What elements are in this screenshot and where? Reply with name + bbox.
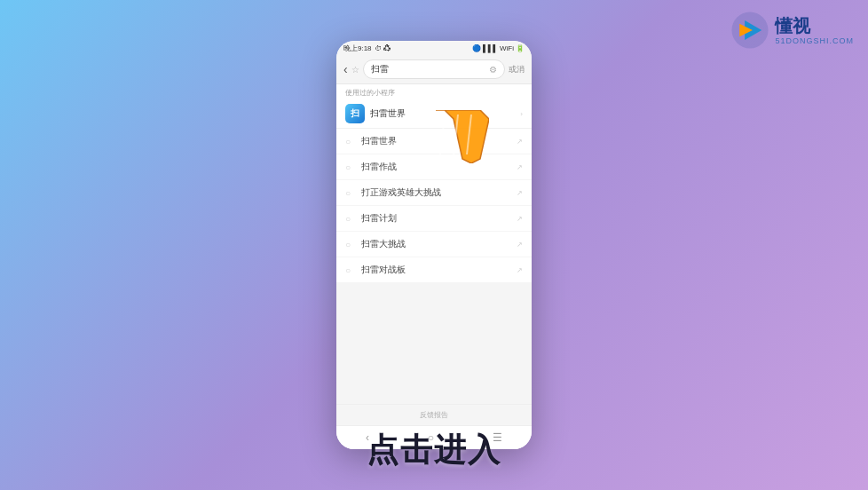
list-item[interactable]: ○ 打正游戏英雄大挑战 ↗	[336, 180, 532, 206]
gray-section	[336, 283, 532, 404]
bluetooth-icon: 🔵	[472, 44, 481, 52]
app-result-item[interactable]: 扫 扫雷世界 ›	[336, 99, 532, 129]
list-item-text: 打正游戏英雄大挑战	[361, 186, 511, 199]
search-result-icon: ○	[345, 265, 356, 275]
search-result-icon: ○	[345, 188, 356, 198]
search-results-list: ○ 扫雷世界 ↗ ○ 扫雷作战 ↗ ○ 打正游戏英雄大挑战 ↗ ○ 扫雷计划 ↗…	[336, 129, 532, 283]
list-item-text: 扫雷大挑战	[361, 238, 511, 250]
phone-frame: 晚上9:18 ⏱ ♻ 🔵 ▌▌▌ WiFi 🔋 ‹ ☆ 扫雷 ⚙ 或消 使用过的…	[336, 41, 532, 449]
search-result-icon: ○	[345, 214, 356, 224]
list-item[interactable]: ○ 扫雷世界 ↗	[336, 129, 532, 154]
search-result-icon: ○	[345, 137, 356, 146]
feedback-link[interactable]: 反馈报告	[336, 404, 532, 425]
status-time: 晚上9:18	[343, 43, 372, 53]
status-icons: ⏱ ♻	[375, 44, 391, 52]
watermark-url: 51DONGSHI.COM	[775, 36, 854, 45]
list-item[interactable]: ○ 扫雷大挑战 ↗	[336, 232, 532, 257]
watermark-brand: 懂视	[775, 16, 810, 36]
list-item[interactable]: ○ 扫雷对战板 ↗	[336, 257, 532, 283]
back-icon[interactable]: ‹	[343, 62, 348, 76]
app-icon: 扫	[345, 104, 365, 123]
search-input[interactable]: 扫雷 ⚙	[363, 59, 505, 79]
list-item-text: 扫雷世界	[361, 135, 511, 147]
watermark: 懂视 51DONGSHI.COM	[730, 11, 854, 50]
list-item-arrow-icon: ↗	[517, 189, 523, 197]
list-item-arrow-icon: ↗	[517, 266, 523, 274]
search-query-text: 扫雷	[371, 63, 389, 75]
search-bar: ‹ ☆ 扫雷 ⚙ 或消	[336, 55, 532, 84]
list-item-arrow-icon: ↗	[517, 241, 523, 249]
status-left: 晚上9:18 ⏱ ♻	[343, 43, 391, 53]
settings-icon[interactable]: ⚙	[489, 65, 497, 75]
battery-icon: 🔋	[516, 44, 525, 52]
app-result-name: 扫雷世界	[370, 107, 515, 120]
bottom-caption: 点击进入	[0, 429, 868, 472]
list-item-arrow-icon: ↗	[517, 215, 523, 223]
signal-icon: ▌▌▌	[483, 44, 498, 52]
watermark-logo-icon	[730, 11, 769, 50]
list-item-text: 扫雷计划	[361, 212, 511, 225]
list-item[interactable]: ○ 扫雷作战 ↗	[336, 154, 532, 180]
search-result-icon: ○	[345, 162, 356, 172]
list-item-arrow-icon: ↗	[517, 138, 523, 146]
recent-apps-label: 使用过的小程序	[336, 84, 532, 99]
list-item[interactable]: ○ 扫雷计划 ↗	[336, 206, 532, 232]
status-bar: 晚上9:18 ⏱ ♻ 🔵 ▌▌▌ WiFi 🔋	[336, 41, 532, 55]
search-result-icon: ○	[345, 240, 356, 249]
list-item-arrow-icon: ↗	[517, 163, 523, 171]
wifi-icon: WiFi	[500, 44, 514, 52]
list-item-text: 扫雷对战板	[361, 264, 511, 276]
list-item-text: 扫雷作战	[361, 161, 511, 173]
star-icon[interactable]: ☆	[351, 65, 359, 75]
cancel-button[interactable]: 或消	[509, 64, 525, 75]
status-right: 🔵 ▌▌▌ WiFi 🔋	[472, 44, 525, 52]
app-result-arrow-icon: ›	[520, 110, 523, 118]
